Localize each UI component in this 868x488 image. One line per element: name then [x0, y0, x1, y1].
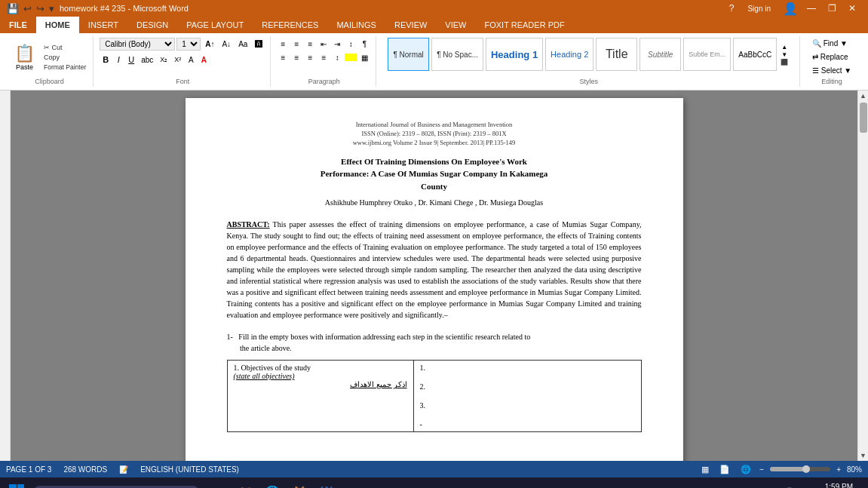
chrome-btn[interactable]: 🌐: [259, 479, 285, 488]
clear-format-btn[interactable]: 🅰: [252, 38, 265, 51]
window-controls: — ❐ ✕: [801, 2, 862, 15]
format-painter-button[interactable]: Format Painter: [41, 63, 88, 72]
scroll-up-arrow[interactable]: ▲: [858, 91, 868, 101]
tab-references[interactable]: REFERENCES: [253, 17, 327, 33]
file-explorer-btn[interactable]: 📁: [232, 479, 258, 488]
document-page: International Journal of Business and Ma…: [186, 98, 683, 461]
user-icon[interactable]: 👤: [783, 2, 798, 16]
decrease-font-btn[interactable]: A↓: [219, 38, 234, 51]
scrollbar-thumb[interactable]: [860, 103, 867, 133]
tab-mailings[interactable]: MAILINGS: [327, 17, 385, 33]
read-mode-btn[interactable]: 📄: [717, 464, 732, 475]
decrease-indent-btn[interactable]: ⇤: [317, 38, 330, 50]
highlight-btn[interactable]: A: [185, 54, 197, 66]
style-aabbc[interactable]: AaBbCcC: [733, 38, 777, 71]
line-spacing-btn[interactable]: ↕: [331, 51, 343, 63]
increase-font-btn[interactable]: A↑: [202, 38, 217, 51]
font-family-select[interactable]: Calibri (Body): [100, 38, 175, 51]
multilevel-list-btn[interactable]: ≡: [304, 38, 316, 50]
increase-indent-btn[interactable]: ⇥: [331, 38, 343, 50]
zoom-slider-thumb[interactable]: [802, 465, 810, 473]
sign-in[interactable]: Sign in: [741, 3, 777, 14]
journal-line3: www.ijbmi.org Volume 2 Issue 9| Septembe…: [227, 139, 642, 148]
system-clock[interactable]: 1:59 PM 5/12/2020: [820, 482, 854, 488]
print-layout-btn[interactable]: ▦: [699, 464, 711, 475]
style-title[interactable]: Title: [596, 38, 637, 71]
firefox-btn[interactable]: 🦊: [287, 479, 312, 488]
redo-qa-btn[interactable]: ↪: [35, 2, 45, 15]
editing-group: 🔍 Find ▼ ⇄ Replace ☰ Select ▼ Editing: [802, 36, 862, 87]
undo-qa-btn[interactable]: ↩: [23, 2, 32, 15]
help-btn[interactable]: ?: [725, 3, 739, 14]
taskbar-left: 🔍 Type here to search ⊞ 📁 🌐 🦊 W: [3, 479, 339, 488]
italic-button[interactable]: I: [112, 54, 124, 66]
title-bar: 💾 ↩ ↪ ▾ homework #4 235 - Microsoft Word…: [0, 0, 868, 17]
underline-button[interactable]: U: [125, 54, 137, 66]
scroll-down-arrow[interactable]: ▼: [858, 450, 868, 461]
tab-file[interactable]: FILE: [0, 17, 36, 33]
align-right-btn[interactable]: ≡: [304, 51, 316, 63]
align-left-btn[interactable]: ≡: [277, 51, 289, 63]
web-layout-btn[interactable]: 🌐: [738, 464, 753, 475]
abstract-label: ABSTRACT:: [227, 220, 270, 229]
doc-authors: Ashikhube Humphrey Otuko , Dr. Kimani Ch…: [227, 198, 642, 207]
zoom-plus-btn[interactable]: +: [836, 465, 841, 474]
search-bar[interactable]: 🔍 Type here to search: [33, 486, 199, 489]
superscript-button[interactable]: X²: [171, 54, 184, 66]
change-case-btn[interactable]: Aa: [235, 38, 250, 51]
customize-qa-btn[interactable]: ▾: [48, 2, 55, 15]
sort-btn[interactable]: ↕: [345, 38, 357, 50]
styles-scroll-btns[interactable]: ▲ ▼ ⬛: [779, 42, 790, 67]
find-icon: 🔍: [812, 39, 821, 48]
strikethrough-button[interactable]: abc: [138, 54, 156, 66]
zoom-out-btn[interactable]: −: [759, 465, 764, 474]
task-view-btn[interactable]: ⊞: [205, 479, 231, 488]
style-normal[interactable]: ¶ Normal: [388, 38, 429, 71]
font-size-select[interactable]: 11: [176, 38, 201, 51]
tab-design[interactable]: DESIGN: [127, 17, 177, 33]
clipboard-small-btns: ✂ Cut Copy Format Painter: [41, 43, 88, 72]
quick-access-toolbar: 💾 ↩ ↪ ▾: [6, 2, 55, 15]
copy-button[interactable]: Copy: [41, 53, 88, 62]
find-button[interactable]: 🔍 Find ▼: [810, 38, 854, 49]
cut-button[interactable]: ✂ Cut: [41, 43, 88, 52]
journal-line2: ISSN (Online): 2319 – 8028, ISSN (Print)…: [227, 130, 642, 139]
tab-view[interactable]: VIEW: [436, 17, 475, 33]
ribbon-tabs: FILE HOME INSERT DESIGN PAGE LAYOUT REFE…: [0, 17, 868, 33]
subscript-button[interactable]: X₂: [157, 54, 170, 66]
tab-foxit[interactable]: FOXIT READER PDF: [475, 17, 573, 33]
borders-btn[interactable]: ▦: [358, 51, 371, 63]
style-heading2[interactable]: Heading 2: [545, 38, 593, 71]
minimize-btn[interactable]: —: [801, 2, 822, 15]
style-subtitle[interactable]: Subtitle: [639, 38, 681, 71]
tab-review[interactable]: REVIEW: [385, 17, 436, 33]
bold-button[interactable]: B: [100, 54, 112, 66]
tab-insert[interactable]: INSERT: [79, 17, 127, 33]
restore-btn[interactable]: ❐: [822, 2, 842, 15]
select-button[interactable]: ☰ Select ▼: [810, 65, 854, 76]
align-center-btn[interactable]: ≡: [290, 51, 302, 63]
justify-btn[interactable]: ≡: [317, 51, 330, 63]
main-area: International Journal of Business and Ma…: [0, 91, 868, 461]
word-taskbar-btn[interactable]: W: [314, 479, 339, 488]
select-icon: ☰: [812, 66, 819, 75]
bullets-btn[interactable]: ≡: [277, 38, 289, 50]
shading-btn[interactable]: [345, 54, 357, 61]
style-subtle-emphasis[interactable]: Subtle Em...: [683, 38, 731, 71]
tab-page-layout[interactable]: PAGE LAYOUT: [177, 17, 253, 33]
start-button[interactable]: [3, 481, 30, 488]
numbered-list-btn[interactable]: ≡: [290, 38, 302, 50]
font-color-btn[interactable]: A: [198, 54, 210, 66]
show-hide-btn[interactable]: ¶: [358, 38, 370, 50]
left-margin: [0, 91, 11, 461]
tab-home[interactable]: HOME: [36, 17, 79, 33]
replace-button[interactable]: ⇄ Replace: [810, 51, 854, 63]
save-qa-btn[interactable]: 💾: [6, 2, 20, 15]
style-heading1[interactable]: Heading 1: [486, 38, 543, 71]
document-area[interactable]: International Journal of Business and Ma…: [11, 91, 857, 461]
style-no-spacing[interactable]: ¶ No Spac...: [431, 38, 483, 71]
close-btn[interactable]: ✕: [842, 2, 862, 15]
paste-button[interactable]: 📋 Paste: [11, 41, 38, 73]
find-label: Find ▼: [824, 39, 848, 48]
right-scrollbar[interactable]: ▲ ▼: [857, 91, 868, 461]
